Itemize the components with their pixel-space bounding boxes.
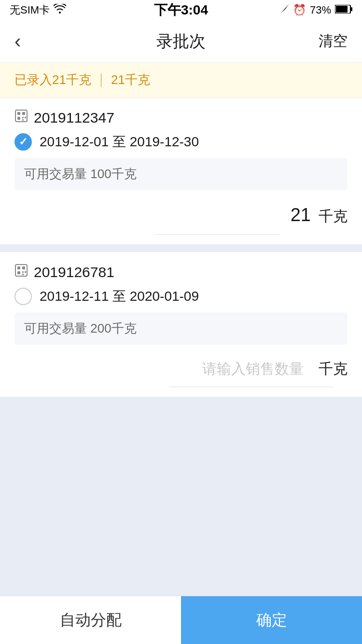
status-left: 无SIM卡 (10, 3, 66, 17)
bottom-bar: 自动分配 确定 (0, 596, 362, 644)
battery-percent: 73% (310, 4, 331, 16)
batch-card-1: 2019112347 2019-12-01 至 2019-12-30 可用交易量… (0, 98, 362, 244)
status-bar: 无SIM卡 下午3:04 ⏰ 73% (0, 0, 362, 20)
batch2-date-row[interactable]: 2019-12-11 至 2020-01-09 (0, 285, 362, 312)
batch1-date: 2019-12-01 至 2019-12-30 (40, 133, 199, 151)
batch2-divider (169, 387, 333, 387)
svg-rect-17 (22, 274, 24, 275)
nav-bar: ‹ 录批次 清空 (0, 20, 362, 63)
clear-button[interactable]: 清空 (319, 31, 348, 51)
gps-icon (280, 4, 289, 16)
batch2-header: 2019126781 (0, 252, 362, 285)
batch2-unit: 千克 (319, 359, 348, 379)
batch2-id: 2019126781 (34, 264, 114, 280)
info-divider (101, 73, 101, 87)
battery-icon (335, 4, 352, 16)
batch1-id: 2019112347 (34, 110, 114, 126)
batch1-divider (154, 234, 280, 235)
status-right: ⏰ 73% (280, 4, 352, 16)
batch-id-icon-2 (14, 264, 28, 280)
recorded-info: 已录入21千克 (14, 71, 91, 88)
batch1-radio[interactable] (14, 133, 32, 151)
section-divider (0, 244, 362, 252)
batch1-unit: 千克 (319, 207, 348, 226)
time-display: 下午3:04 (154, 1, 208, 19)
svg-rect-11 (15, 265, 27, 276)
empty-area (0, 397, 362, 619)
confirm-button[interactable]: 确定 (181, 596, 362, 644)
carrier-text: 无SIM卡 (10, 3, 50, 17)
svg-marker-0 (280, 4, 289, 14)
svg-rect-10 (22, 119, 24, 121)
qty-input[interactable] (185, 361, 311, 377)
svg-rect-4 (15, 110, 27, 122)
page-title: 录批次 (156, 30, 206, 53)
svg-rect-8 (22, 117, 24, 118)
batch-id-icon-1 (14, 109, 28, 126)
svg-rect-16 (25, 271, 26, 273)
svg-rect-14 (17, 271, 20, 274)
batch-card-2: 2019126781 2019-12-11 至 2020-01-09 可用交易量… (0, 252, 362, 397)
batch2-input-row[interactable]: 千克 (0, 354, 362, 387)
svg-rect-3 (351, 7, 352, 11)
batch1-header: 2019112347 (0, 98, 362, 131)
info-bar: 已录入21千克 21千克 (0, 63, 362, 98)
batch1-date-row[interactable]: 2019-12-01 至 2019-12-30 (0, 131, 362, 158)
auto-distribute-button[interactable]: 自动分配 (0, 596, 181, 644)
svg-rect-2 (336, 6, 348, 13)
batch1-amount-row: 21 千克 (0, 200, 362, 234)
wifi-icon (54, 4, 66, 16)
svg-rect-15 (22, 271, 24, 273)
alarm-icon: ⏰ (293, 4, 306, 16)
svg-rect-6 (22, 112, 25, 115)
svg-rect-9 (25, 117, 26, 118)
batch2-available: 可用交易量 200千克 (14, 312, 348, 345)
batch1-available: 可用交易量 100千克 (14, 158, 348, 190)
batch1-amount: 21 (291, 205, 311, 225)
batch2-radio[interactable] (14, 288, 32, 305)
svg-rect-7 (17, 117, 20, 120)
svg-rect-5 (17, 112, 20, 115)
back-button[interactable]: ‹ (14, 30, 43, 52)
batch2-date: 2019-12-11 至 2020-01-09 (40, 287, 199, 306)
total-info: 21千克 (111, 71, 150, 88)
svg-rect-12 (17, 266, 20, 269)
svg-rect-13 (22, 266, 25, 269)
